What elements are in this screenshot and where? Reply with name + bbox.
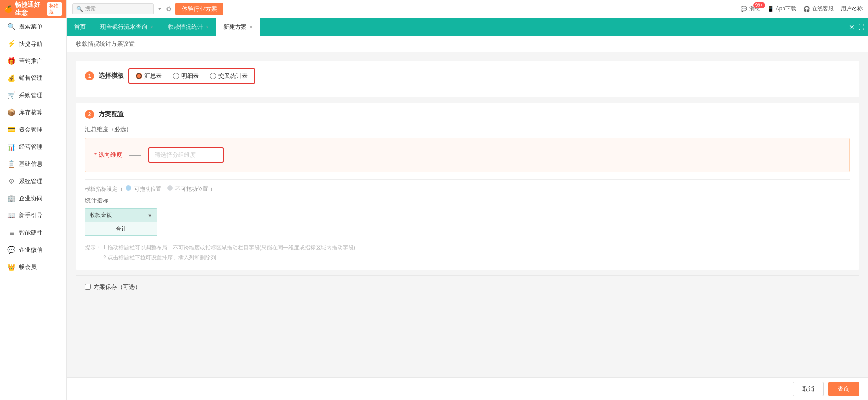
tabbar: 首页 现金银行流水查询 × 收款情况统计 × 新建方案 × ✕ ⛶ xyxy=(67,18,868,36)
dimension-area: * 纵向维度 —— 请选择分组维度 xyxy=(85,138,850,172)
dimension-config-label: 汇总维度（必选） xyxy=(85,125,850,133)
footer-bar: 方案保存（可选） xyxy=(76,275,859,298)
tab-stats-label: 收款情况统计 xyxy=(168,23,203,31)
tip-text-2: 2.点击标题栏下拉可设置排序、插入列和删除列 xyxy=(103,253,216,263)
sidebar-item-finance[interactable]: 💳 资金管理 xyxy=(0,121,66,138)
sidebar-item-purchase[interactable]: 🛒 采购管理 xyxy=(0,87,66,104)
dimension-arrow-icon: —— xyxy=(129,152,141,159)
sidebar-item-member[interactable]: 👑 畅会员 xyxy=(0,259,66,276)
radio-detail-input[interactable] xyxy=(173,73,179,79)
tab-bank-label: 现金银行流水查询 xyxy=(100,23,147,31)
draggable-legend-dot xyxy=(126,185,131,191)
radio-summary-label: 汇总表 xyxy=(144,72,162,80)
search-icon-small: 🔍 xyxy=(76,6,83,12)
topbar: 🔍 搜索 ▼ ⚙ 体验行业方案 💬 消息 99+ 📱 App下载 🎧 在线客服 … xyxy=(67,0,868,18)
sidebar-item-search-menu[interactable]: 🔍 搜索菜单 xyxy=(0,18,66,35)
dimension-placeholder: 请选择分组维度 xyxy=(155,151,196,158)
tab-bank-close-icon[interactable]: × xyxy=(150,24,153,30)
query-button[interactable]: 查询 xyxy=(828,382,859,396)
dimension-row: * 纵向维度 —— 请选择分组维度 xyxy=(94,147,840,163)
sidebar-item-hardware[interactable]: 🖥 智能硬件 xyxy=(0,224,66,241)
sidebar-item-label: 销售管理 xyxy=(19,74,42,82)
page-header: 收款情况统计方案设置 xyxy=(67,36,868,52)
save-plan-checkbox[interactable] xyxy=(85,284,91,290)
draggable-legend-label: 可拖动位置 xyxy=(134,186,161,192)
step2-header: 2 方案配置 xyxy=(85,110,850,119)
tab-home[interactable]: 首页 xyxy=(67,18,93,36)
sidebar-item-enterprise[interactable]: 🏢 企业协同 xyxy=(0,190,66,207)
sidebar-item-label: 搜索菜单 xyxy=(19,23,42,31)
sidebar-item-management[interactable]: 📊 经营管理 xyxy=(0,138,66,155)
app-download[interactable]: 📱 App下载 xyxy=(767,5,796,13)
gift-icon: 🎁 xyxy=(7,57,15,65)
crown-icon: 👑 xyxy=(7,263,15,271)
download-icon: 📱 xyxy=(767,6,774,12)
search-icon: 🔍 xyxy=(7,23,15,31)
sidebar-item-label: 新手引导 xyxy=(19,212,42,220)
sidebar-item-marketing[interactable]: 🎁 营销推广 xyxy=(0,52,66,70)
sidebar-item-label: 经营管理 xyxy=(19,143,42,151)
radio-cross-input[interactable] xyxy=(210,73,216,79)
radio-detail-label: 明细表 xyxy=(181,72,199,80)
box-icon: 📦 xyxy=(7,108,15,117)
notify-area[interactable]: 💬 消息 99+ xyxy=(741,5,760,13)
tab-collection-stats[interactable]: 收款情况统计 × xyxy=(160,18,216,36)
book-icon: 📖 xyxy=(7,212,15,220)
page-header-title: 收款情况统计方案设置 xyxy=(76,40,135,47)
radio-cross[interactable]: 交叉统计表 xyxy=(210,72,248,80)
trial-button[interactable]: 体验行业方案 xyxy=(175,3,223,15)
sidebar-item-wechat[interactable]: 💬 企业微信 xyxy=(0,241,66,259)
tab-new-plan[interactable]: 新建方案 × xyxy=(216,18,260,36)
metrics-table-header[interactable]: 收款金额 ▼ xyxy=(85,208,157,222)
step1-title: 选择模板 xyxy=(99,72,124,80)
building-icon: 🏢 xyxy=(7,194,15,202)
search-box[interactable]: 🔍 搜索 xyxy=(72,3,154,14)
window-maximize-icon[interactable]: ⛶ xyxy=(858,24,864,31)
radio-summary[interactable]: 汇总表 xyxy=(136,72,162,80)
metrics-dropdown-icon[interactable]: ▼ xyxy=(147,213,152,218)
step2-section: 2 方案配置 汇总维度（必选） * 纵向维度 —— 请选择分组维度 xyxy=(76,103,859,270)
monitor-icon: 🖥 xyxy=(7,229,15,237)
service-icon: 🎧 xyxy=(803,6,810,12)
step1-num: 1 xyxy=(85,71,94,80)
tab-new-plan-close-icon[interactable]: × xyxy=(250,24,253,30)
sidebar-item-guide[interactable]: 📖 新手引导 xyxy=(0,207,66,224)
tab-stats-close-icon[interactable]: × xyxy=(206,24,209,30)
logo-icon: 🍊 xyxy=(5,5,12,13)
radio-detail[interactable]: 明细表 xyxy=(173,72,199,80)
template-options-box: 汇总表 明细表 交叉统计表 xyxy=(128,68,255,84)
sidebar-item-inventory[interactable]: 📦 库存核算 xyxy=(0,104,66,121)
tip-item-2: 提示： 2.点击标题栏下拉可设置排序、插入列和删除列 xyxy=(85,253,850,263)
sidebar-item-label: 企业微信 xyxy=(19,246,42,254)
online-service[interactable]: 🎧 在线客服 xyxy=(803,5,834,13)
chat-icon: 💬 xyxy=(7,246,15,254)
sidebar-item-basic-info[interactable]: 📋 基础信息 xyxy=(0,155,66,173)
download-label: App下载 xyxy=(776,5,796,13)
settings-gear-icon[interactable]: ⚙ xyxy=(166,5,172,13)
fixed-legend-label: 不可拖动位置 xyxy=(175,186,208,192)
tip-item-1: 提示： 1.拖动标题栏可以调整布局，不可跨维度或指标区域拖动栏目字段(只能在同一… xyxy=(85,243,850,253)
tip-prefix: 提示： xyxy=(85,243,101,253)
logo-badge: 标准版 xyxy=(47,2,62,16)
radio-summary-input[interactable] xyxy=(136,73,142,79)
clipboard-icon: 📋 xyxy=(7,160,15,168)
sidebar-item-label: 采购管理 xyxy=(19,91,42,99)
tabbar-right-actions: ✕ ⛶ xyxy=(849,24,868,31)
sidebar-item-label: 基础信息 xyxy=(19,160,42,168)
metrics-header: 模板指标设定（ 可拖动位置 不可拖动位置 ） xyxy=(85,185,850,193)
cancel-button[interactable]: 取消 xyxy=(793,382,824,396)
topbar-right: 💬 消息 99+ 📱 App下载 🎧 在线客服 用户名称 xyxy=(741,5,863,13)
tip-text-1: 1.拖动标题栏可以调整布局，不可跨维度或指标区域拖动栏目字段(只能在同一维度或指… xyxy=(103,243,355,253)
dimension-select[interactable]: 请选择分组维度 xyxy=(148,147,224,163)
sidebar-item-quick-nav[interactable]: ⚡ 快捷导航 xyxy=(0,35,66,52)
sidebar-item-system[interactable]: ⚙ 系统管理 xyxy=(0,173,66,190)
sidebar-item-sales[interactable]: 💰 销售管理 xyxy=(0,70,66,87)
window-close-icon[interactable]: ✕ xyxy=(849,24,854,31)
sidebar-item-label: 营销推广 xyxy=(19,57,42,65)
save-plan-checkbox-label[interactable]: 方案保存（可选） xyxy=(85,283,141,291)
cart-icon: 🛒 xyxy=(7,91,15,99)
tab-bank-flow[interactable]: 现金银行流水查询 × xyxy=(93,18,160,36)
dropdown-arrow-icon[interactable]: ▼ xyxy=(157,6,162,12)
user-name: 用户名称 xyxy=(841,5,863,13)
sidebar-logo: 🍊 畅捷通好生意 标准版 xyxy=(0,0,66,18)
